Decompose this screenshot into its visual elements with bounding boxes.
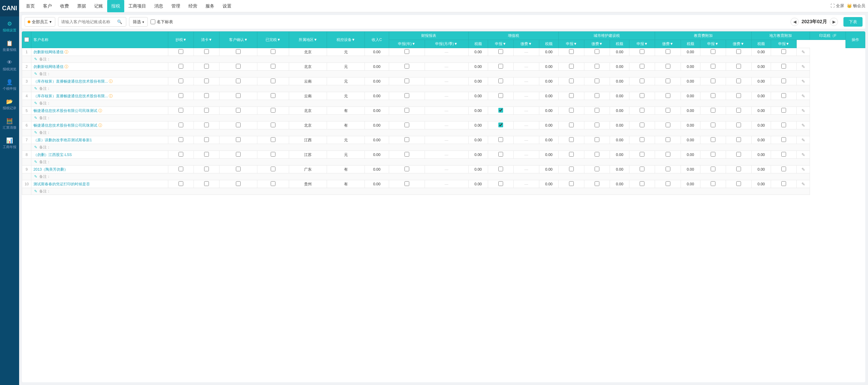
city-pay-checkbox[interactable] [595,123,599,127]
client-confirm-checkbox[interactable] [236,181,241,186]
client-name-cell[interactable]: （原）误删勿改李艳芬测试斯春新1 [31,136,168,144]
clear-card-checkbox[interactable] [204,152,209,157]
city-declare-checkbox[interactable] [569,108,574,113]
sidebar-item-tax-settings[interactable]: ⚙ 报税设置 [0,16,19,36]
client-name-cell[interactable]: （库存核算）直播畅捷通信息技术股份有限... ⓘ [31,92,168,100]
client-confirm-checkbox[interactable] [236,108,241,113]
client-name-cell[interactable]: 2013（陶美芳勿删） [31,166,168,173]
col-vat-declare[interactable]: 申报▼ [488,40,513,48]
col-client-confirm-header[interactable]: 客户确认▼ [219,32,257,48]
fr-year-checkbox[interactable] [404,108,409,113]
search-box[interactable]: 🔍 [58,17,126,27]
localedu-pay-checkbox[interactable] [736,181,741,186]
fr-year-checkbox[interactable] [404,167,409,171]
col-tax-device-header[interactable]: 税控设备▼ [327,32,365,48]
localedu-pay-checkbox[interactable] [736,79,741,83]
clear-card-checkbox[interactable] [204,79,209,83]
city-pay-checkbox[interactable] [595,79,599,83]
tax-paid-checkbox[interactable] [271,167,275,171]
download-button[interactable]: 下表 [843,17,863,27]
edit-icon[interactable]: ✎ [801,94,805,99]
nav-clients[interactable]: 客户 [39,0,56,12]
note-cell[interactable]: ✎ 备注： [31,173,810,180]
stamp-declare-checkbox[interactable] [781,152,786,157]
clear-card-checkbox[interactable] [204,167,209,171]
col-city-pay[interactable]: 缴费▼ [584,40,610,48]
stamp-declare-checkbox[interactable] [781,79,786,83]
col-income-header[interactable]: 收入C [365,32,389,48]
tax-paid-checkbox[interactable] [271,108,275,113]
edit-icon[interactable]: ✎ [801,167,805,172]
edu-pay-checkbox[interactable] [666,108,670,113]
edu-pay-checkbox[interactable] [666,49,670,54]
vat-declare-checkbox[interactable] [498,152,503,157]
edu-declare-checkbox[interactable] [640,64,644,69]
edu-pay-checkbox[interactable] [666,79,670,83]
city-declare-checkbox[interactable] [569,181,574,186]
note-cell[interactable]: ✎ 备注： [31,115,810,122]
copy-tax-checkbox[interactable] [179,167,183,171]
search-input[interactable] [61,19,116,24]
edit-icon[interactable]: ✎ [801,49,805,55]
stamp-declare-checkbox[interactable] [781,167,786,171]
copy-tax-checkbox[interactable] [179,49,183,54]
stamp-declare-checkbox[interactable] [781,123,786,127]
note-cell[interactable]: ✎ 备注： [31,159,810,166]
client-name-cell[interactable]: 测试斯春春的凭证打印的时候是否 [31,180,168,188]
edit-icon[interactable]: ✎ [801,108,805,113]
note-cell[interactable]: ✎ 备注： [31,188,810,195]
stamp-declare-checkbox[interactable] [781,181,786,186]
localedu-pay-checkbox[interactable] [736,93,741,98]
city-pay-checkbox[interactable] [595,167,599,171]
edu-pay-checkbox[interactable] [666,137,670,142]
stamp-declare-checkbox[interactable] [781,49,786,54]
edu-pay-checkbox[interactable] [666,93,670,98]
vat-declare-checkbox[interactable] [498,167,503,171]
clear-card-checkbox[interactable] [204,123,209,127]
copy-tax-checkbox[interactable] [179,64,183,69]
edu-declare-checkbox[interactable] [640,152,644,157]
nav-services[interactable]: 服务 [201,0,218,12]
stamp-declare-checkbox[interactable] [781,108,786,113]
col-edu-pay[interactable]: 缴费▼ [655,40,681,48]
city-declare-checkbox[interactable] [569,167,574,171]
fr-year-checkbox[interactable] [404,137,409,142]
edu-declare-checkbox[interactable] [640,93,644,98]
stamp-declare-checkbox[interactable] [781,93,786,98]
edu-declare-checkbox[interactable] [640,49,644,54]
client-name-cell[interactable]: 勿删新锐网络通信 ⓘ [31,63,168,71]
employee-filter-select[interactable]: 全部员工 ▾ [25,17,55,27]
city-pay-checkbox[interactable] [595,181,599,186]
nav-bookkeeping[interactable]: 记账 [90,0,107,12]
localedu-declare-checkbox[interactable] [711,93,715,98]
edit-icon[interactable]: ✎ [801,152,805,157]
col-localedu-declare[interactable]: 申报▼ [700,40,726,48]
client-confirm-checkbox[interactable] [236,64,241,69]
city-declare-checkbox[interactable] [569,64,574,69]
edu-pay-checkbox[interactable] [666,64,670,69]
col-city-declare[interactable]: 申报▼ [559,40,584,48]
nav-settings[interactable]: 设置 [218,0,236,12]
tax-paid-checkbox[interactable] [271,93,275,98]
vat-declare-checkbox[interactable] [498,79,503,83]
vat-declare-checkbox[interactable] [498,123,503,127]
client-confirm-checkbox[interactable] [236,93,241,98]
named-list-checkbox[interactable] [151,19,155,24]
tax-paid-checkbox[interactable] [271,49,275,54]
localedu-declare-checkbox[interactable] [711,64,715,69]
named-list-checkbox-label[interactable]: 名下标表 [151,19,173,25]
nav-home[interactable]: 首页 [22,0,39,12]
vat-declare-checkbox[interactable] [498,137,503,142]
localedu-pay-checkbox[interactable] [736,137,741,142]
note-cell[interactable]: ✎ 备注： [31,144,810,151]
note-cell[interactable]: ✎ 备注： [31,71,810,77]
sidebar-item-tax-view[interactable]: 👁 报税浏览 [0,55,19,75]
col-fr-month[interactable]: 申报(月/季)▼ [425,40,468,48]
tax-paid-checkbox[interactable] [271,64,275,69]
client-confirm-checkbox[interactable] [236,49,241,54]
clear-card-checkbox[interactable] [204,108,209,113]
city-declare-checkbox[interactable] [569,152,574,157]
vat-declare-checkbox[interactable] [498,93,503,98]
edit-icon[interactable]: ✎ [801,123,805,128]
copy-tax-checkbox[interactable] [179,79,183,83]
